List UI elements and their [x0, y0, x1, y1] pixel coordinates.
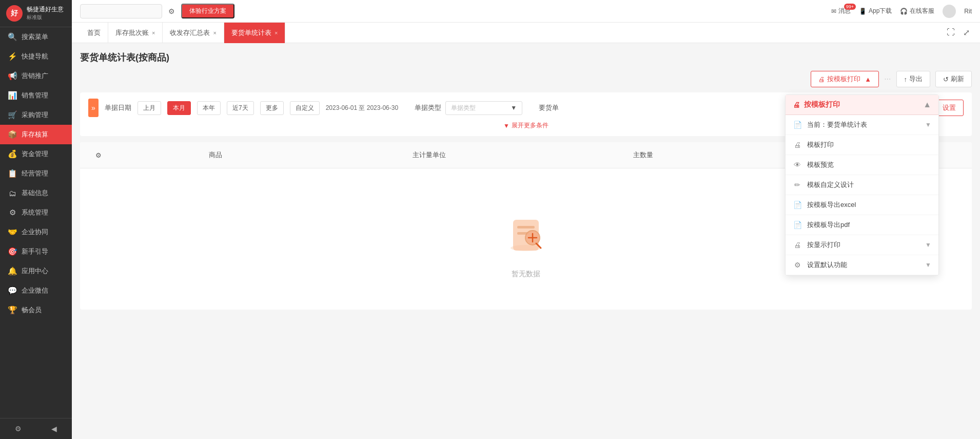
tab-home-label: 首页: [87, 28, 101, 37]
sidebar-item-label: 系统管理: [22, 208, 48, 217]
sidebar-item-label: 应用中心: [22, 266, 48, 276]
tabs-right-controls: ⛶ ⤢: [945, 27, 972, 39]
sidebar-item-sales[interactable]: 📊 销售管理: [0, 86, 72, 105]
tab-order-stats-label: 要货单统计表: [231, 28, 271, 37]
sidebar-item-purchase[interactable]: 🛒 采购管理: [0, 105, 72, 125]
tab-order-stats[interactable]: 要货单统计表 ×: [224, 23, 285, 43]
tab-receipt-summary[interactable]: 收发存汇总表 ×: [163, 23, 224, 43]
sidebar-item-label: 采购管理: [22, 110, 48, 120]
sidebar-item-label: 营销推广: [22, 71, 48, 81]
expand-more-button[interactable]: ▼ 展开更多条件: [503, 121, 548, 130]
tab-inventory-batch[interactable]: 库存批次账 ×: [108, 23, 163, 43]
export-button[interactable]: ↑ 导出: [896, 71, 931, 87]
dropdown-template-preview[interactable]: 👁 模板预览: [786, 155, 938, 175]
more-options-icon[interactable]: ···: [884, 74, 891, 84]
date-btn-custom[interactable]: 自定义: [290, 101, 320, 115]
th-goods: 商品: [109, 146, 323, 164]
display-print-icon: 🖨: [793, 241, 802, 249]
tab-inventory-batch-close[interactable]: ×: [152, 30, 155, 36]
sidebar-scroll: 🔍 搜索菜单 ⚡ 快捷导航 📢 营销推广 📊 销售管理 🛒 采购管理 📦 库存核…: [0, 27, 72, 418]
dropdown-template-excel[interactable]: 📄 按模板导出excel: [786, 195, 938, 215]
trophy-icon: 🏆: [7, 306, 17, 315]
print-template-icon: 🖨: [793, 101, 800, 109]
template-print-icon: 🖨: [793, 141, 802, 149]
print-dropdown-icon: ▲: [865, 75, 871, 83]
sidebar-item-inventory[interactable]: 📦 库存核算: [0, 125, 72, 144]
template-excel-icon: 📄: [793, 201, 802, 209]
tab-home[interactable]: 首页: [80, 23, 108, 43]
promo-button[interactable]: 体验行业方案: [181, 4, 234, 18]
sidebar-item-quick-nav[interactable]: ⚡ 快捷导航: [0, 47, 72, 66]
order-type-value: 单据类型: [451, 104, 476, 112]
display-print-label: 按显示打印: [807, 240, 840, 250]
template-excel-label: 按模板导出excel: [807, 200, 856, 209]
search-input[interactable]: [80, 4, 162, 18]
print-dropdown-menu: 🖨 按模板打印 ▲ 📄 当前：要货单统计表 ▼ 🖨 模板打印 👁 模板预览: [785, 94, 939, 276]
default-func-arrow: ▼: [925, 261, 931, 269]
settings-button[interactable]: 设置: [935, 100, 964, 116]
tabs-bar: 首页 库存批次账 × 收发存汇总表 × 要货单统计表 × ⛶ ⤢: [72, 23, 980, 43]
refresh-icon: ↺: [943, 75, 949, 83]
template-print-label: 模板打印: [807, 140, 834, 149]
order-type-label: 单据类型: [415, 103, 441, 112]
sidebar-item-label: 搜索菜单: [22, 32, 48, 42]
sidebar-item-marketing[interactable]: 📢 营销推广: [0, 66, 72, 86]
sidebar-item-finance[interactable]: 💰 资金管理: [0, 144, 72, 164]
sidebar-item-wechat[interactable]: 💬 企业微信: [0, 281, 72, 300]
template-preview-label: 模板预览: [807, 160, 834, 169]
page-content: 要货单统计表(按商品) 🖨 按模板打印 ▲ ··· ↑ 导出 ↺ 刷新 » 单据…: [72, 43, 980, 439]
refresh-button[interactable]: ↺ 刷新: [935, 71, 972, 87]
sidebar-settings-button[interactable]: ⚙: [11, 423, 26, 435]
logo-icon: 好: [6, 5, 23, 22]
print-button[interactable]: 🖨 按模板打印 ▲: [811, 71, 879, 87]
tab-expand-button[interactable]: ⤢: [961, 27, 972, 39]
tab-order-stats-close[interactable]: ×: [275, 30, 278, 36]
sidebar-item-basic[interactable]: 🗂 基础信息: [0, 183, 72, 203]
money-icon: 💰: [7, 149, 17, 159]
dropdown-template-print[interactable]: 🖨 模板打印: [786, 135, 938, 155]
sidebar-collapse-button[interactable]: ◀: [47, 423, 61, 435]
sidebar-item-apps[interactable]: 🔔 应用中心: [0, 261, 72, 281]
message-button[interactable]: ✉ 消息 99+: [831, 7, 851, 15]
avatar[interactable]: [943, 5, 956, 18]
online-service-button[interactable]: 🎧 在线客服: [900, 7, 934, 15]
sidebar-item-member[interactable]: 🏆 畅会员: [0, 300, 72, 320]
tab-maximize-button[interactable]: ⛶: [945, 27, 957, 39]
dropdown-display-print[interactable]: 🖨 按显示打印 ▼: [786, 235, 938, 255]
dropdown-template-pdf[interactable]: 📄 按模板导出pdf: [786, 215, 938, 235]
gear-icon: ⚙: [7, 208, 17, 217]
sidebar-item-label: 企业微信: [22, 286, 48, 295]
sidebar-item-search[interactable]: 🔍 搜索菜单: [0, 27, 72, 47]
print-icon: 🖨: [818, 75, 825, 83]
sidebar-item-system[interactable]: ⚙ 系统管理: [0, 203, 72, 222]
date-btn-more[interactable]: 更多: [260, 101, 284, 115]
expand-more-label: 展开更多条件: [512, 121, 548, 130]
search-icon: 🔍: [7, 32, 17, 42]
current-template-icon: 📄: [793, 121, 802, 129]
topbar-gear-icon[interactable]: ⚙: [168, 7, 175, 15]
action-bar: 🖨 按模板打印 ▲ ··· ↑ 导出 ↺ 刷新: [80, 71, 972, 87]
th-settings[interactable]: ⚙: [88, 147, 109, 163]
dropdown-close-button[interactable]: ▲: [923, 100, 931, 109]
current-template-arrow: ▼: [925, 121, 931, 128]
current-template-label: 当前：要货单统计表: [807, 120, 867, 129]
sidebar-item-guide[interactable]: 🎯 新手引导: [0, 242, 72, 261]
date-btn-last-month[interactable]: 上月: [138, 101, 161, 115]
empty-icon: [503, 209, 549, 263]
dropdown-default-func[interactable]: ⚙ 设置默认功能 ▼: [786, 255, 938, 275]
sidebar-item-label: 畅会员: [22, 306, 42, 315]
date-btn-last-7days[interactable]: 近7天: [227, 101, 254, 115]
dropdown-template-design[interactable]: ✏ 模板自定义设计: [786, 175, 938, 195]
order-type-select[interactable]: 单据类型 ▼: [445, 101, 522, 115]
sidebar-item-operation[interactable]: 📋 经营管理: [0, 164, 72, 183]
handshake-icon: 🤝: [7, 227, 17, 237]
dropdown-current-item[interactable]: 📄 当前：要货单统计表 ▼: [786, 115, 938, 135]
date-btn-this-month[interactable]: 本月: [167, 101, 191, 115]
dropdown-current-left: 📄 当前：要货单统计表: [793, 120, 867, 129]
sidebar-item-collab[interactable]: 🤝 企业协同: [0, 222, 72, 242]
app-download-button[interactable]: 📱 App下载: [859, 7, 892, 15]
date-btn-this-year[interactable]: 本年: [197, 101, 221, 115]
phone-icon: 📱: [859, 8, 867, 15]
tab-receipt-summary-close[interactable]: ×: [213, 30, 216, 36]
filter-expand-icon[interactable]: »: [88, 99, 99, 117]
